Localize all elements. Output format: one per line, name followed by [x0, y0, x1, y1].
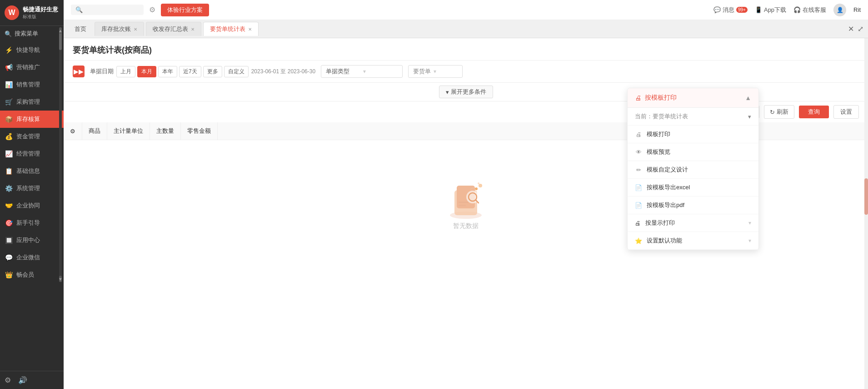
- sidebar-bottom: ⚙ 🔊: [0, 371, 64, 389]
- sidebar-scrollbar[interactable]: ▲ ▼: [59, 27, 62, 282]
- phone-icon: 📱: [755, 6, 762, 13]
- purchase-icon: 🛒: [5, 98, 13, 106]
- sidebar-scroll-up[interactable]: ▲: [59, 27, 62, 34]
- guide-icon: 🎯: [5, 219, 13, 227]
- date-more[interactable]: 更多: [203, 66, 222, 77]
- svg-rect-7: [459, 205, 466, 206]
- sidebar-item-cooperation[interactable]: 🤝 企业协同: [0, 197, 64, 214]
- set-default-icon: ⭐: [635, 237, 642, 244]
- sidebar-settings-icon[interactable]: ⚙: [5, 376, 11, 384]
- online-service-btn[interactable]: 🎧 在线客服: [793, 6, 826, 14]
- sidebar-scroll-down[interactable]: ▼: [59, 276, 62, 282]
- cooperation-icon: 🤝: [5, 202, 13, 210]
- sidebar-item-finance[interactable]: 💰 资金管理: [0, 128, 64, 145]
- sidebar-search[interactable]: 🔍 搜索菜单: [0, 26, 64, 41]
- table-col-settings[interactable]: ⚙: [64, 122, 82, 140]
- sidebar-item-purchase[interactable]: 🛒 采购管理: [0, 93, 64, 111]
- order-type-filter[interactable]: 单据类型 ▾: [321, 65, 403, 78]
- date-current-year[interactable]: 本年: [158, 66, 177, 77]
- display-print-arrow: ▾: [748, 220, 751, 226]
- sales-icon: 📊: [5, 81, 13, 89]
- tab-bar-controls: ✕ ⤢: [848, 25, 863, 33]
- sidebar-audio-icon[interactable]: 🔊: [18, 376, 27, 384]
- display-print-left: 🖨 按显示打印: [635, 219, 675, 227]
- refresh-icon: ↻: [770, 109, 775, 116]
- tab-receipt-summary[interactable]: 收发存汇总表 ✕: [146, 22, 201, 36]
- dropdown-print-icon: 🖨: [635, 94, 641, 101]
- refresh-btn[interactable]: ↻ 刷新: [764, 105, 794, 119]
- tab-bar: 首页 库存批次账 ✕ 收发存汇总表 ✕ 要货单统计表 ✕ ✕ ⤢: [64, 20, 868, 38]
- date-last-7days[interactable]: 近7天: [179, 66, 201, 77]
- expand-more-btn[interactable]: ▾ 展开更多条件: [439, 86, 493, 98]
- top-header: 🔍 ⚙ 体验行业方案 💬 消息 99+ 📱 App下载 🎧 在线客服 👤 Rit: [64, 0, 868, 20]
- query-btn[interactable]: 查询: [799, 106, 829, 118]
- marketing-icon: 📢: [5, 63, 13, 71]
- tab-close-receipt-summary[interactable]: ✕: [191, 27, 195, 32]
- header-gear-icon[interactable]: ⚙: [149, 5, 155, 14]
- header-right: 💬 消息 99+ 📱 App下载 🎧 在线客服 👤 Rit: [713, 4, 861, 16]
- sidebar-item-member[interactable]: 👑 畅会员: [0, 266, 64, 283]
- dropdown-section-set-default[interactable]: ⭐ 设置默认功能 ▾: [628, 232, 758, 250]
- dropdown-item-export-pdf[interactable]: 📄 按模板导出pdf: [628, 197, 758, 214]
- template-custom-icon: ✏: [635, 166, 642, 173]
- message-badge: 99+: [736, 7, 748, 13]
- quick-nav-icon: ⚡: [5, 46, 13, 54]
- svg-point-10: [478, 182, 479, 184]
- date-last-month[interactable]: 上月: [116, 66, 135, 77]
- sidebar-item-apps[interactable]: 🔲 应用中心: [0, 232, 64, 249]
- sidebar-item-basic[interactable]: 📋 基础信息: [0, 162, 64, 180]
- sidebar-item-sales[interactable]: 📊 销售管理: [0, 76, 64, 93]
- right-scrollbar-thumb: [864, 178, 868, 215]
- message-btn[interactable]: 💬 消息 99+: [713, 6, 748, 14]
- sidebar-scrollbar-thumb: [59, 32, 62, 50]
- apps-icon: 🔲: [5, 236, 13, 244]
- export-pdf-icon: 📄: [635, 202, 642, 209]
- right-scrollbar[interactable]: [864, 38, 868, 389]
- empty-illustration: [443, 177, 489, 222]
- sidebar-item-guide[interactable]: 🎯 新手引导: [0, 214, 64, 232]
- tab-home[interactable]: 首页: [68, 22, 93, 36]
- dropdown-title: 🖨 按模板打印: [635, 94, 677, 102]
- dropdown-item-export-excel[interactable]: 📄 按模板导出excel: [628, 179, 758, 197]
- dropdown-section-display-print[interactable]: 🖨 按显示打印 ▾: [628, 214, 758, 232]
- operations-icon: 📈: [5, 150, 13, 158]
- user-name: Rit: [853, 6, 861, 13]
- sidebar-item-quick-nav[interactable]: ⚡ 快捷导航: [0, 41, 64, 59]
- system-icon: ⚙️: [5, 184, 13, 192]
- sidebar-item-marketing[interactable]: 📢 营销推广: [0, 59, 64, 76]
- sidebar-item-system[interactable]: ⚙️ 系统管理: [0, 180, 64, 197]
- trial-btn[interactable]: 体验行业方案: [161, 4, 209, 16]
- date-range-display: 2023-06-01 至 2023-06-30: [251, 68, 315, 76]
- tab-close-batch-account[interactable]: ✕: [134, 27, 137, 32]
- app-download-btn[interactable]: 📱 App下载: [755, 6, 786, 14]
- tab-order-stat[interactable]: 要货单统计表 ✕: [203, 22, 259, 36]
- tab-expand-btn[interactable]: ⤢: [858, 25, 863, 33]
- filter-bar: ▶▶ 单据日期 上月 本月 本年 近7天 更多 自定义 2023-06-01 至…: [64, 61, 868, 83]
- tab-close-order-stat[interactable]: ✕: [248, 27, 252, 32]
- dropdown-item-template-custom[interactable]: ✏ 模板自定义设计: [628, 161, 758, 179]
- wechat-icon: 💬: [5, 253, 13, 262]
- table-col-amount: 零售金额: [181, 122, 218, 140]
- dropdown-chevron-up[interactable]: ▲: [745, 94, 751, 101]
- main-content: 要货单统计表(按商品) ▶▶ 单据日期 上月 本月 本年 近7天 更多 自定义 …: [64, 38, 868, 389]
- date-current-month[interactable]: 本月: [137, 66, 156, 77]
- settings-btn[interactable]: 设置: [833, 105, 859, 119]
- tab-close-btn[interactable]: ✕: [848, 25, 854, 33]
- filter-expand-toggle[interactable]: ▶▶: [73, 66, 85, 77]
- header-search-input[interactable]: [85, 6, 131, 13]
- header-search-bar[interactable]: 🔍: [71, 5, 144, 15]
- date-custom[interactable]: 自定义: [224, 66, 249, 77]
- export-excel-icon: 📄: [635, 184, 642, 191]
- template-preview-icon: 👁: [635, 148, 642, 156]
- dropdown-item-template-preview[interactable]: 👁 模板预览: [628, 143, 758, 161]
- sidebar-item-wechat[interactable]: 💬 企业微信: [0, 249, 64, 266]
- sidebar-item-inventory[interactable]: 📦 库存核算: [0, 111, 64, 128]
- dropdown-current-item[interactable]: 当前：要货单统计表 ▾: [628, 108, 758, 126]
- user-avatar[interactable]: 👤: [833, 4, 846, 16]
- sidebar-item-operations[interactable]: 📈 经营管理: [0, 145, 64, 162]
- tab-batch-account[interactable]: 库存批次账 ✕: [95, 22, 144, 36]
- goods-filter-label: 要货单: [413, 67, 431, 76]
- empty-text: 暂无数据: [453, 222, 479, 230]
- goods-filter[interactable]: 要货单 ▾: [408, 65, 463, 78]
- dropdown-item-template-print[interactable]: 🖨 模板打印: [628, 126, 758, 143]
